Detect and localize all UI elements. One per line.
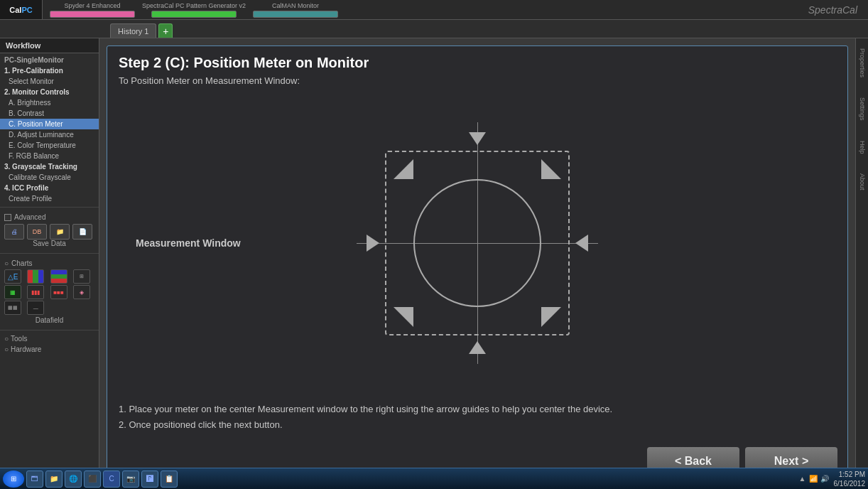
tools-collapse[interactable]: ○ Tools — [4, 335, 94, 343]
taskbar-start-button[interactable]: ⊞ — [3, 471, 24, 488]
sidebar-icon-1[interactable]: 🖨 — [4, 224, 24, 240]
taskbar-icon-7[interactable]: 🅿 — [141, 471, 158, 488]
hardware-collapse[interactable]: ○ Hardware — [4, 345, 94, 353]
chart-icon-7[interactable]: ■■■ — [50, 285, 67, 299]
logo-pc: PC — [21, 6, 32, 14]
charts-title[interactable]: ○ Charts — [4, 259, 94, 267]
sidebar-section-1[interactable]: 1. Pre-Calibration — [0, 65, 99, 76]
diagram-container — [357, 122, 598, 364]
taskbar-icon-6[interactable]: 📷 — [122, 471, 139, 488]
charts-section: ○ Charts △E ⊞ ▦ ▮▮▮ ■■■ ◈ ▦▦ — Datafield — [0, 257, 99, 327]
advanced-label: Advanced — [14, 213, 45, 221]
taskbar-network-icon: 📶 — [809, 475, 818, 483]
taskbar-clock: 1:52 PM 6/16/2012 — [834, 470, 866, 488]
arrow-top — [469, 132, 486, 145]
top-segments: Spyder 4 Enhanced SpectraCal PC Pattern … — [43, 0, 808, 19]
right-panel-about[interactable]: About — [857, 171, 867, 193]
chart-icon-9[interactable]: ▦▦ — [4, 301, 21, 315]
right-panel: Properties Settings Help About — [855, 38, 868, 489]
sidebar-icon-3[interactable]: 📁 — [50, 224, 70, 240]
charts-collapse-icon: ○ — [4, 259, 9, 267]
charts-grid: △E ⊞ ▦ ▮▮▮ ■■■ ◈ ▦▦ — — [4, 269, 94, 315]
taskbar-icon-3[interactable]: 🌐 — [65, 471, 82, 488]
segment-spyder-label: Spyder 4 Enhanced — [64, 2, 120, 9]
sidebar: Workflow PC-SingleMonitor 1. Pre-Calibra… — [0, 38, 99, 489]
sidebar-contrast[interactable]: B. Contrast — [0, 108, 99, 119]
sidebar-icon-4[interactable]: 📄 — [72, 224, 92, 240]
arrow-bottomright — [541, 307, 561, 327]
chart-icon-2[interactable] — [27, 269, 44, 284]
sidebar-section-4[interactable]: 4. ICC Profile — [0, 183, 99, 193]
sidebar-divider1 — [0, 207, 99, 208]
segment-pattern: SpectraCal PC Pattern Generator v2 — [142, 2, 246, 18]
step-title: Step 2 (C): Position Meter on Monitor — [107, 46, 847, 75]
tools-circle-icon: ○ — [4, 335, 9, 343]
datafield-label: Datafield — [4, 316, 94, 324]
chart-icon-1[interactable]: △E — [4, 269, 21, 284]
sidebar-divider2 — [0, 253, 99, 254]
sidebar-section-3[interactable]: 3. Grayscale Tracking — [0, 161, 99, 172]
segment-pattern-label: SpectraCal PC Pattern Generator v2 — [142, 2, 246, 9]
brand-label: SpectraCal — [808, 4, 868, 16]
sidebar-advanced-section: Advanced 🖨 DB 📁 📄 Save Data — [0, 210, 99, 250]
sidebar-calibrate-grayscale[interactable]: Calibrate Grayscale — [0, 172, 99, 183]
taskbar-sys-icons: ▲ 📶 🔊 — [796, 475, 832, 483]
sidebar-select-monitor[interactable]: Select Monitor — [0, 76, 99, 87]
taskbar-icon-8[interactable]: 📋 — [161, 471, 178, 488]
sidebar-icon-row: 🖨 DB 📁 📄 — [4, 224, 94, 240]
segment-calman: CalMAN Monitor — [253, 2, 338, 18]
tab-history1[interactable]: History 1 — [110, 23, 156, 38]
hardware-section: ○ Hardware — [0, 344, 99, 355]
arrow-topright — [541, 159, 561, 179]
taskbar-icon-4[interactable]: ⬛ — [84, 471, 101, 488]
segment-spyder-bar — [50, 11, 135, 18]
sidebar-divider3 — [0, 330, 99, 331]
right-panel-properties[interactable]: Properties — [857, 45, 867, 80]
main-layout: Workflow PC-SingleMonitor 1. Pre-Calibra… — [0, 38, 868, 489]
arrow-bottomleft — [394, 307, 413, 327]
right-panel-settings[interactable]: Settings — [857, 95, 867, 124]
sidebar-pc-label: PC-SingleMonitor — [0, 53, 99, 65]
chart-icon-5[interactable]: ▦ — [4, 285, 21, 299]
sidebar-adjust-luminance[interactable]: D. Adjust Luminance — [0, 129, 99, 140]
step-box: Step 2 (C): Position Meter on Monitor To… — [107, 45, 848, 482]
segment-calman-bar — [253, 11, 338, 18]
app-logo: CalPC — [0, 0, 43, 19]
taskbar-icon-2[interactable]: 📁 — [45, 471, 63, 488]
segment-pattern-bar — [151, 11, 237, 18]
tab-add-button[interactable]: + — [158, 23, 173, 38]
hardware-label: Hardware — [11, 345, 41, 353]
arrow-topleft — [394, 159, 413, 179]
advanced-checkbox[interactable] — [4, 214, 11, 221]
chart-icon-8[interactable]: ◈ — [73, 285, 90, 299]
chart-icon-6[interactable]: ▮▮▮ — [27, 285, 44, 299]
sidebar-position-meter[interactable]: C. Position Meter — [0, 119, 99, 129]
sidebar-rgb-balance[interactable]: F. RGB Balance — [0, 151, 99, 161]
charts-label: Charts — [11, 259, 32, 267]
sidebar-brightness[interactable]: A. Brightness — [0, 97, 99, 108]
taskbar-icon-1[interactable]: 🗔 — [26, 471, 43, 488]
taskbar-icon-5[interactable]: C — [103, 471, 120, 488]
tools-label: Tools — [11, 335, 27, 343]
chart-icon-10[interactable]: — — [27, 301, 44, 315]
right-panel-help[interactable]: Help — [857, 138, 867, 157]
sidebar-color-temp[interactable]: E. Color Temperature — [0, 140, 99, 151]
taskbar: ⊞ 🗔 📁 🌐 ⬛ C 📷 🅿 📋 ▲ 📶 🔊 1:52 PM 6/16/201… — [0, 468, 868, 489]
content-area: Step 2 (C): Position Meter on Monitor To… — [99, 38, 855, 489]
step-panel: Step 2 (C): Position Meter on Monitor To… — [99, 38, 855, 489]
sidebar-icon-2[interactable]: DB — [27, 224, 47, 240]
arrow-bottom — [469, 341, 486, 354]
segment-calman-label: CalMAN Monitor — [272, 2, 319, 9]
sidebar-create-profile[interactable]: Create Profile — [0, 193, 99, 204]
sidebar-section-2[interactable]: 2. Monitor Controls — [0, 87, 99, 97]
instructions: 1. Place your meter on the center Measur… — [107, 393, 847, 441]
diagram-area: Measurement Window — [107, 93, 847, 393]
chart-icon-3[interactable] — [50, 269, 67, 284]
taskbar-date: 6/16/2012 — [834, 479, 866, 488]
taskbar-time: 1:52 PM — [834, 470, 866, 479]
instruction-1: 1. Place your meter on the center Measur… — [119, 402, 836, 417]
sidebar-advanced-row: Advanced — [4, 213, 94, 221]
sidebar-workflow-title: Workflow — [0, 38, 99, 53]
segment-spyder: Spyder 4 Enhanced — [50, 2, 135, 18]
chart-icon-4[interactable]: ⊞ — [73, 269, 90, 284]
